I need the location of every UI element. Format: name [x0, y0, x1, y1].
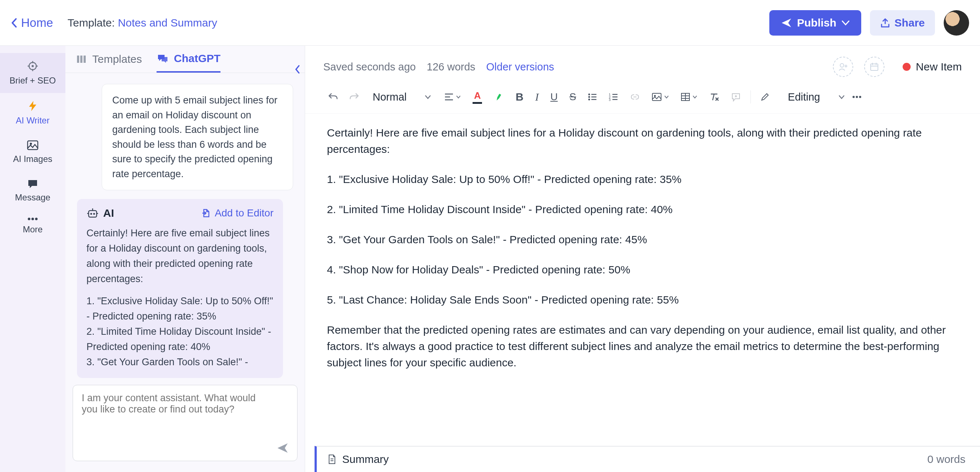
svg-rect-10: [89, 211, 97, 217]
editor-paragraph: Remember that the predicted opening rate…: [327, 322, 958, 371]
chat-input[interactable]: [82, 393, 268, 415]
schedule-button[interactable]: [864, 57, 885, 77]
sidebar-label: AI Writer: [16, 116, 50, 126]
publish-button[interactable]: Publish: [769, 10, 861, 36]
italic-button[interactable]: I: [531, 87, 543, 107]
more-toolbar-button[interactable]: [848, 92, 866, 102]
image-button[interactable]: [647, 89, 673, 105]
svg-rect-7: [77, 56, 79, 63]
send-icon: [781, 18, 792, 28]
dots-icon: [27, 217, 38, 221]
table-button[interactable]: [676, 89, 702, 105]
new-item-indicator[interactable]: New Item: [903, 60, 962, 73]
chevron-down-icon: [842, 20, 850, 25]
bold-icon: B: [515, 91, 523, 103]
document-icon: [328, 454, 336, 465]
template-breadcrumb: Template: Notes and Summary: [68, 17, 217, 29]
share-button[interactable]: Share: [870, 10, 935, 36]
svg-point-6: [35, 218, 38, 220]
bullet-list-button[interactable]: [583, 89, 601, 105]
svg-rect-9: [84, 56, 86, 63]
ordered-list-button[interactable]: 123: [605, 89, 622, 105]
sidebar-item-brief-seo[interactable]: Brief + SEO: [0, 53, 65, 93]
align-button[interactable]: [440, 89, 465, 105]
strike-icon: S: [569, 91, 576, 103]
lightning-icon: [28, 100, 38, 112]
chevron-down-icon: [664, 95, 669, 99]
editing-mode-select[interactable]: Editing: [760, 91, 845, 103]
highlight-button[interactable]: [489, 88, 508, 106]
sidebar-item-more[interactable]: More: [0, 210, 65, 242]
tab-templates[interactable]: Templates: [76, 52, 142, 73]
svg-rect-14: [871, 64, 878, 70]
clear-format-icon: [709, 92, 719, 102]
editor-paragraph: 3. "Get Your Garden Tools on Sale!" - Pr…: [327, 231, 958, 248]
tab-label: Templates: [92, 53, 142, 65]
summary-label: Summary: [342, 453, 389, 466]
sidebar-item-message[interactable]: Message: [0, 172, 65, 210]
svg-point-11: [91, 213, 92, 215]
clear-format-button[interactable]: [705, 89, 724, 105]
older-versions-link[interactable]: Older versions: [486, 61, 554, 73]
chevron-down-icon: [838, 95, 845, 99]
editor-content[interactable]: Certainly! Here are five email subject l…: [305, 114, 980, 446]
sidebar: Brief + SEO AI Writer AI Images Message …: [0, 46, 65, 472]
chevron-down-icon: [456, 95, 461, 99]
link-button[interactable]: [625, 91, 644, 103]
ai-label-text: AI: [103, 207, 114, 219]
editor-paragraph: 1. "Exclusive Holiday Sale: Up to 50% Of…: [327, 171, 958, 188]
pencil-icon: [760, 92, 770, 102]
underline-button[interactable]: U: [546, 87, 562, 106]
home-link[interactable]: Home: [11, 16, 53, 30]
svg-point-5: [32, 218, 34, 220]
text-color-button[interactable]: A: [468, 86, 486, 108]
comment-button[interactable]: [727, 89, 745, 105]
paragraph-style-select[interactable]: Normal: [367, 88, 437, 106]
image-icon: [27, 140, 38, 150]
collapse-panel-button[interactable]: [290, 60, 305, 78]
sidebar-label: More: [23, 224, 43, 235]
undo-button[interactable]: [323, 89, 342, 105]
image-icon: [652, 92, 662, 101]
add-collaborator-button[interactable]: [833, 57, 853, 77]
user-avatar[interactable]: [944, 10, 969, 36]
svg-point-1: [32, 65, 34, 67]
link-icon: [630, 94, 640, 100]
redo-icon: [349, 92, 360, 102]
svg-point-4: [28, 218, 30, 220]
sidebar-label: Brief + SEO: [10, 76, 56, 86]
robot-icon: [86, 208, 99, 219]
ai-line: 3. "Get Your Garden Tools on Sale!" -: [86, 355, 274, 370]
user-plus-icon: [838, 62, 848, 71]
calendar-icon: [870, 62, 879, 72]
new-item-label: New Item: [916, 60, 962, 73]
send-button[interactable]: [277, 443, 288, 453]
editor-area: Saved seconds ago 126 words Older versio…: [305, 46, 980, 472]
add-to-editor-button[interactable]: Add to Editor: [202, 207, 274, 219]
svg-rect-2: [28, 141, 38, 149]
strikethrough-button[interactable]: S: [565, 87, 581, 106]
import-icon: [202, 208, 211, 218]
paper-plane-icon: [277, 443, 288, 453]
summary-word-count: 0 words: [928, 453, 966, 466]
ai-line: 1. "Exclusive Holiday Sale: Up to 50% Of…: [86, 294, 274, 324]
table-icon: [681, 92, 690, 101]
templates-icon: [76, 54, 87, 64]
svg-point-15: [589, 94, 590, 95]
summary-section[interactable]: Summary 0 words: [315, 446, 980, 472]
chevron-down-icon: [692, 95, 697, 99]
chat-bubbles-icon: [157, 53, 169, 64]
editor-toolbar: Normal A B I U S 123 Editing: [305, 81, 980, 114]
highlight-icon: [493, 91, 505, 103]
bold-button[interactable]: B: [511, 87, 528, 107]
svg-rect-8: [80, 56, 83, 63]
sidebar-item-ai-images[interactable]: AI Images: [0, 133, 65, 172]
sidebar-item-ai-writer[interactable]: AI Writer: [0, 93, 65, 133]
word-count: 126 words: [427, 61, 476, 73]
template-name[interactable]: Notes and Summary: [118, 17, 217, 29]
tab-chatgpt[interactable]: ChatGPT: [157, 52, 221, 73]
home-label: Home: [21, 16, 53, 30]
editing-label: Editing: [788, 91, 820, 103]
redo-button[interactable]: [345, 89, 364, 105]
comment-icon: [731, 92, 741, 102]
